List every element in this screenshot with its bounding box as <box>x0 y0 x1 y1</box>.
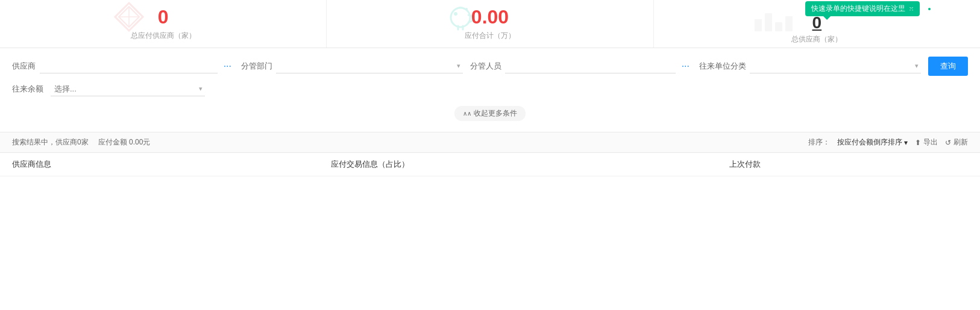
balance-label: 往来余额 <box>12 84 43 95</box>
query-button[interactable]: 查询 <box>928 57 968 76</box>
results-bar: 搜索结果中，供应商0家 应付金额 0.00元 排序： 按应付会额倒序排序 ▾ ⬆… <box>0 132 980 153</box>
filter-area: 供应商 ··· 分管部门 ▾ 分管人员 ··· 往来单位分类 ▾ <box>0 48 980 132</box>
export-icon: ⬆ <box>915 138 921 147</box>
svg-point-5 <box>454 12 457 16</box>
bar-chart-icon <box>752 10 794 31</box>
category-select-wrapper: ▾ <box>750 59 921 73</box>
sort-value-label: 按应付会额倒序排序 <box>837 137 902 147</box>
balance-input[interactable] <box>51 82 199 96</box>
export-label: 导出 <box>923 137 938 147</box>
stat-total-suppliers: 快速录单的快捷键说明在这里 × 0 总供应商（家） <box>654 0 980 48</box>
export-button[interactable]: ⬆ 导出 <box>915 137 938 147</box>
svg-rect-10 <box>785 16 793 31</box>
supplier-label: 供应商 <box>12 61 36 72</box>
balance-select-wrapper: ▾ <box>51 82 205 96</box>
stat-payable-total: 0.00 应付合计（万） <box>327 0 653 48</box>
stat-total-payable-suppliers: 0 总应付供应商（家） <box>0 0 327 48</box>
col-lastpay-header: 上次付款 <box>729 159 969 170</box>
supplier-input[interactable] <box>40 59 218 73</box>
collapse-up-icon: ∧∧ <box>463 110 471 117</box>
total-payable-value: 0 <box>158 7 169 28</box>
collapse-row: ∧∧ 收起更多条件 <box>12 102 968 127</box>
collapse-button[interactable]: ∧∧ 收起更多条件 <box>454 106 526 121</box>
category-label: 往来单位分类 <box>699 61 746 72</box>
results-actions: 排序： 按应付会额倒序排序 ▾ ⬆ 导出 ↺ 刷新 <box>808 137 968 147</box>
category-input[interactable] <box>750 59 915 73</box>
col-transaction-header: 应付交易信息（占比） <box>331 159 729 170</box>
filter-dept: 分管部门 ▾ <box>241 59 463 73</box>
refresh-icon: ↺ <box>945 138 951 147</box>
dept-select-wrapper: ▾ <box>276 59 463 73</box>
filter-person: 分管人员 ··· <box>470 59 692 73</box>
amount-label: 应付金额 0.00元 <box>98 137 151 147</box>
category-arrow-icon: ▾ <box>915 62 921 70</box>
dept-arrow-icon: ▾ <box>457 62 463 70</box>
tooltip-dot <box>927 7 932 11</box>
total-suppliers-label: 总供应商（家） <box>791 34 842 45</box>
balance-arrow-icon: ▾ <box>199 85 205 93</box>
results-summary: 搜索结果中，供应商0家 应付金额 0.00元 <box>12 137 150 147</box>
filter-row-2: 往来余额 ▾ <box>12 82 205 96</box>
dept-label: 分管部门 <box>241 61 272 72</box>
person-input[interactable] <box>505 59 676 73</box>
sort-prefix: 排序： <box>808 137 830 147</box>
refresh-label: 刷新 <box>953 137 968 147</box>
supplier-more-btn[interactable]: ··· <box>221 61 234 72</box>
dept-input[interactable] <box>276 59 457 73</box>
svg-point-6 <box>465 8 468 10</box>
filter-category: 往来单位分类 ▾ <box>699 59 921 73</box>
svg-rect-9 <box>775 22 782 31</box>
col-supplier-header: 供应商信息 <box>12 159 331 170</box>
svg-rect-8 <box>765 13 772 31</box>
table-body <box>0 176 980 310</box>
diamond-icon <box>113 1 146 34</box>
person-more-btn[interactable]: ··· <box>679 61 692 72</box>
filter-row-1: 供应商 ··· 分管部门 ▾ 分管人员 ··· 往来单位分类 ▾ <box>12 57 968 76</box>
table-header: 供应商信息 应付交易信息（占比） 上次付款 <box>0 153 980 176</box>
table-area: 供应商信息 应付交易信息（占比） 上次付款 <box>0 153 980 310</box>
piggy-icon <box>444 0 480 34</box>
tooltip-text: 快速录单的快捷键说明在这里 <box>811 4 905 14</box>
collapse-label: 收起更多条件 <box>474 108 517 119</box>
filter-supplier: 供应商 ··· <box>12 59 234 73</box>
svg-point-4 <box>451 8 470 27</box>
refresh-button[interactable]: ↺ 刷新 <box>945 137 968 147</box>
search-count-label: 搜索结果中，供应商0家 <box>12 137 89 147</box>
sort-select[interactable]: 按应付会额倒序排序 ▾ <box>837 137 908 147</box>
sort-arrow-icon: ▾ <box>904 138 908 147</box>
stats-bar: 0 总应付供应商（家） 0.00 应付合计（万） 快 <box>0 0 980 48</box>
person-label: 分管人员 <box>470 61 501 72</box>
svg-rect-7 <box>755 19 762 31</box>
shortcut-tooltip: 快速录单的快捷键说明在这里 × <box>805 1 920 16</box>
total-suppliers-value: 0 <box>812 14 822 33</box>
